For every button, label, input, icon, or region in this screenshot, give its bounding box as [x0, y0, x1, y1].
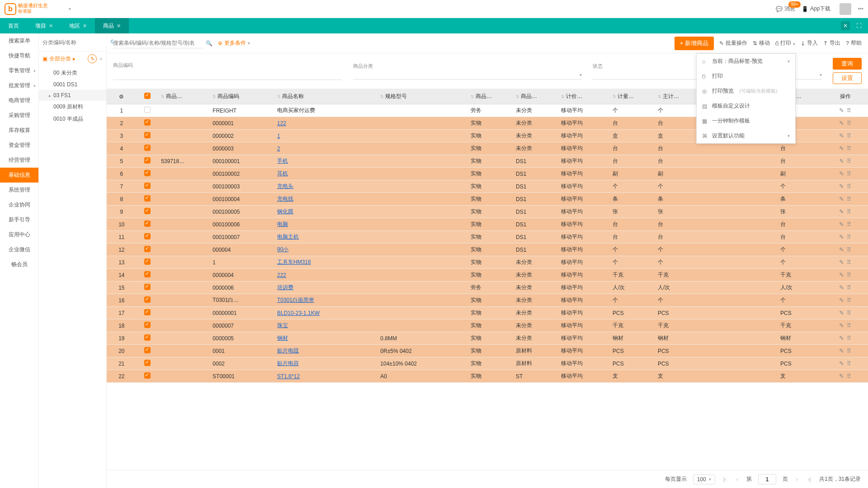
product-name-link[interactable]: 钢化膜: [277, 208, 293, 215]
product-name-link[interactable]: 工具车HM318: [277, 259, 311, 265]
row-checkbox[interactable]: [144, 132, 151, 138]
edit-row-icon[interactable]: ✎: [839, 120, 844, 127]
edit-row-icon[interactable]: ✎: [839, 272, 844, 278]
th-9[interactable]: ⇅计量…: [610, 89, 655, 104]
table-row[interactable]: 1200000490小实物DS1移动平均个个个✎⠿: [107, 244, 868, 256]
edit-row-icon[interactable]: ✎: [839, 259, 844, 266]
table-row[interactable]: 5539718…000100001手机实物DS1移动平均台台台✎⠿: [107, 155, 868, 168]
row-checkbox[interactable]: [144, 221, 151, 227]
table-row[interactable]: 11000100007电脑主机实物DS1移动平均台台台✎⠿: [107, 231, 868, 244]
sidebar-item-10[interactable]: 系统管理: [0, 183, 38, 197]
product-name-link[interactable]: 贴片电阻: [277, 347, 299, 354]
edit-row-icon[interactable]: ✎: [839, 158, 844, 164]
row-checkbox[interactable]: [144, 233, 151, 239]
sidebar-item-6[interactable]: 库存核算: [0, 123, 38, 138]
product-name-link[interactable]: 钢材: [277, 335, 288, 341]
row-checkbox[interactable]: [144, 372, 151, 379]
sidebar-item-1[interactable]: 快捷导航: [0, 48, 38, 63]
dropdown-item-4[interactable]: ▦一分钟制作模板: [697, 113, 795, 128]
row-checkbox[interactable]: [144, 183, 151, 189]
sidebar-item-9[interactable]: 基础信息: [0, 168, 38, 183]
category-item-4[interactable]: 0010 半成品: [39, 113, 106, 125]
settings-button[interactable]: 设置: [833, 72, 862, 84]
th-1[interactable]: [137, 89, 159, 104]
th-8[interactable]: ⇅计价…: [558, 89, 610, 104]
th-6[interactable]: ⇅商品…: [468, 89, 513, 104]
more-row-icon[interactable]: ⠿: [847, 246, 851, 253]
row-checkbox[interactable]: [144, 170, 151, 176]
more-row-icon[interactable]: ⠿: [847, 145, 851, 152]
product-search-input[interactable]: [113, 38, 203, 48]
first-page-button[interactable]: |‹: [722, 476, 728, 483]
sort-icon[interactable]: ⇅: [613, 94, 616, 99]
product-name-link[interactable]: 电脑主机: [277, 234, 299, 240]
table-row[interactable]: 200001贴片电阻0R±5% 0402实物原材料移动平均PCSPCSPCS✎⠿: [107, 345, 868, 357]
dropdown-item-2[interactable]: ◎打印预览(可编辑当前模板): [697, 84, 795, 99]
product-name-link[interactable]: 培训费: [277, 284, 293, 291]
edit-row-icon[interactable]: ✎: [839, 145, 844, 152]
product-name-link[interactable]: 1: [277, 133, 280, 139]
row-checkbox[interactable]: [144, 195, 151, 202]
help-button[interactable]: ?帮助: [846, 39, 862, 47]
edit-row-icon[interactable]: ✎: [839, 246, 844, 253]
sort-icon[interactable]: ⇅: [516, 94, 519, 99]
product-code-input[interactable]: [113, 70, 342, 80]
table-row[interactable]: 9000100005钢化膜实物DS1移动平均张张张✎⠿: [107, 206, 868, 218]
prev-page-button[interactable]: ‹: [735, 476, 740, 483]
tab-0[interactable]: 首页: [0, 18, 27, 33]
product-name-link[interactable]: 珠宝: [277, 322, 288, 328]
more-row-icon[interactable]: ⠿: [847, 347, 851, 354]
close-icon[interactable]: ✕: [83, 23, 87, 29]
edit-row-icon[interactable]: ✎: [839, 310, 844, 316]
product-name-link[interactable]: 电脑: [277, 221, 288, 227]
th-4[interactable]: ⇅商品名称: [274, 89, 377, 104]
more-row-icon[interactable]: ⠿: [847, 170, 851, 177]
sidebar-item-0[interactable]: 搜索菜单: [0, 33, 38, 48]
sidebar-item-7[interactable]: 资金管理: [0, 138, 38, 153]
tab-1[interactable]: 项目✕: [27, 18, 61, 33]
row-checkbox[interactable]: [144, 107, 151, 113]
more-row-icon[interactable]: ⠿: [847, 272, 851, 278]
row-checkbox[interactable]: [144, 208, 151, 214]
more-row-icon[interactable]: ⠿: [847, 158, 851, 164]
product-table-wrap[interactable]: ⚙⇅商品…⇅商品编码⇅商品名称⇅规格型号⇅商品…⇅商品…⇅计价…⇅计量…⇅主计……: [107, 89, 868, 470]
table-row[interactable]: 16T0301白…T0301白面黑带实物未分类移动平均个个个✎⠿: [107, 294, 868, 307]
row-checkbox[interactable]: [144, 145, 151, 151]
sidebar-item-2[interactable]: 零售管理▸: [0, 63, 38, 78]
sidebar-item-5[interactable]: 采购管理: [0, 108, 38, 123]
dropdown-item-5[interactable]: ⌘设置默认功能▾: [697, 128, 795, 143]
th-5[interactable]: ⇅规格型号: [377, 89, 468, 104]
row-checkbox[interactable]: [144, 271, 151, 277]
row-checkbox[interactable]: [144, 309, 151, 315]
more-row-icon[interactable]: ⠿: [847, 208, 851, 215]
next-page-button[interactable]: ›: [794, 476, 800, 483]
sort-icon[interactable]: ⇅: [161, 94, 165, 99]
table-row[interactable]: 6000100002耳机实物DS1移动平均副副副✎⠿: [107, 168, 868, 180]
more-row-icon[interactable]: ⠿: [847, 310, 851, 316]
row-checkbox[interactable]: [144, 334, 151, 341]
gear-icon[interactable]: ⚙: [119, 94, 124, 100]
product-name-link[interactable]: 90小: [277, 246, 288, 253]
collapse-panel-button[interactable]: «: [99, 56, 103, 62]
query-button[interactable]: 查询: [833, 58, 862, 70]
sidebar-item-13[interactable]: 应用中心: [0, 227, 38, 242]
edit-row-icon[interactable]: ✎: [839, 360, 844, 367]
table-row[interactable]: 7000100003充电头实物DS1移动平均个个个✎⠿: [107, 180, 868, 193]
edit-row-icon[interactable]: ✎: [839, 170, 844, 177]
edit-row-icon[interactable]: ✎: [839, 196, 844, 202]
table-row[interactable]: 400000032实物未分类移动平均台台台✎⠿: [107, 142, 868, 155]
more-row-icon[interactable]: ⠿: [847, 120, 851, 127]
table-row[interactable]: 10000100006电脑实物DS1移动平均台台台✎⠿: [107, 218, 868, 231]
product-name-link[interactable]: 贴片电容: [277, 360, 299, 366]
sidebar-item-4[interactable]: 电商管理: [0, 93, 38, 108]
sort-icon[interactable]: ⇅: [277, 94, 281, 99]
th-3[interactable]: ⇅商品编码: [210, 89, 274, 104]
close-icon[interactable]: ✕: [117, 23, 121, 29]
edit-row-icon[interactable]: ✎: [839, 107, 844, 114]
product-name-link[interactable]: 充电线: [277, 196, 293, 202]
th-13[interactable]: 操作: [823, 89, 868, 104]
product-name-link[interactable]: BLD10-23-1.1KW: [277, 310, 320, 316]
tab-2[interactable]: 地区✕: [61, 18, 95, 33]
sidebar-item-8[interactable]: 经营管理: [0, 153, 38, 168]
th-0[interactable]: ⚙: [107, 89, 137, 104]
